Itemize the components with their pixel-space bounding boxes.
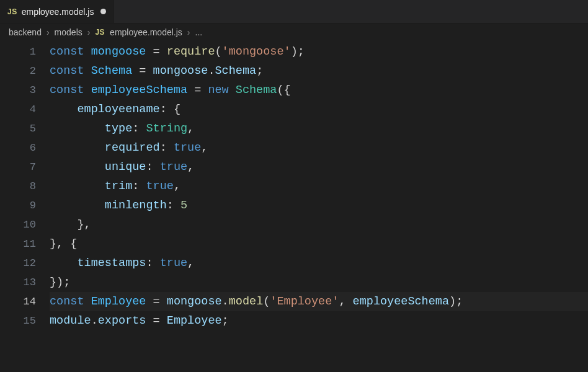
line-number: 4 xyxy=(0,100,36,119)
line-number: 5 xyxy=(0,119,36,138)
line-number: 11 xyxy=(0,234,36,254)
code-line[interactable]: timestamps: true, xyxy=(50,254,588,273)
tab-employee-model[interactable]: JS employee.model.js xyxy=(0,0,114,23)
line-number: 9 xyxy=(0,196,36,215)
line-number: 12 xyxy=(0,254,36,273)
line-number: 2 xyxy=(0,61,36,81)
tab-filename: employee.model.js xyxy=(22,7,94,17)
code-line[interactable]: minlength: 5 xyxy=(50,196,588,215)
breadcrumb-segment[interactable]: backend xyxy=(9,27,42,37)
chevron-right-icon: › xyxy=(47,27,50,37)
code-line[interactable]: module.exports = Employee; xyxy=(50,311,588,330)
code-line[interactable]: const Employee = mongoose.model('Employe… xyxy=(50,292,588,311)
code-line[interactable]: required: true, xyxy=(50,138,588,157)
code-content[interactable]: const mongoose = require('mongoose');con… xyxy=(50,42,588,330)
line-number: 14 xyxy=(0,292,36,311)
js-icon: JS xyxy=(95,28,105,37)
code-line[interactable]: const employeeSchema = new Schema({ xyxy=(50,81,588,100)
code-line[interactable]: unique: true, xyxy=(50,157,588,177)
code-line[interactable]: const Schema = mongoose.Schema; xyxy=(50,61,588,81)
line-number: 7 xyxy=(0,157,36,177)
tab-bar: JS employee.model.js xyxy=(0,0,588,24)
line-number: 1 xyxy=(0,42,36,61)
breadcrumb[interactable]: backend › models › JS employee.model.js … xyxy=(0,24,588,42)
dirty-indicator-icon xyxy=(100,9,106,14)
line-number: 6 xyxy=(0,138,36,157)
code-line[interactable]: employeename: { xyxy=(50,100,588,119)
breadcrumb-segment[interactable]: employee.model.js xyxy=(110,27,182,37)
chevron-right-icon: › xyxy=(87,27,91,37)
breadcrumb-trailing[interactable]: ... xyxy=(195,27,203,37)
code-line[interactable]: }, { xyxy=(50,234,588,254)
code-line[interactable]: }); xyxy=(50,273,588,292)
code-editor[interactable]: 123456789101112131415 const mongoose = r… xyxy=(0,42,588,330)
breadcrumb-segment[interactable]: models xyxy=(55,27,82,37)
chevron-right-icon: › xyxy=(187,27,190,37)
line-number-gutter: 123456789101112131415 xyxy=(0,42,50,330)
line-number: 10 xyxy=(0,215,36,234)
line-number: 15 xyxy=(0,311,36,330)
line-number: 13 xyxy=(0,273,36,292)
code-line[interactable]: const mongoose = require('mongoose'); xyxy=(50,42,588,61)
js-icon: JS xyxy=(7,7,17,16)
line-number: 3 xyxy=(0,81,36,100)
line-number: 8 xyxy=(0,177,36,196)
code-line[interactable]: }, xyxy=(50,215,588,234)
code-line[interactable]: trim: true, xyxy=(50,177,588,196)
code-line[interactable]: type: String, xyxy=(50,119,588,138)
